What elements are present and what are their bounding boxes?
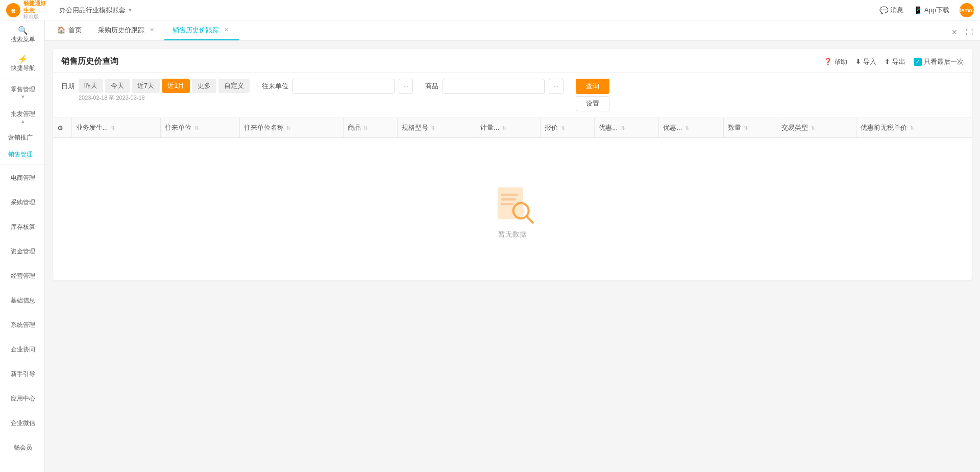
- goods-input[interactable]: [443, 79, 545, 94]
- th-biz-date[interactable]: 业务发生... ⇅: [71, 118, 161, 138]
- date-options: 昨天 今天 近7天 近1月 更多 自定义: [79, 79, 250, 93]
- download-icon: 📱: [914, 6, 922, 14]
- help-button[interactable]: ❓ 帮助: [824, 57, 847, 66]
- sort-arrows-partner-name: ⇅: [286, 125, 290, 131]
- tab-bar: 🏠 首页 采购历史价跟踪 ✕ 销售历史价跟踪 ✕ ✕ ⛶: [45, 20, 980, 41]
- sort-arrows-discount2: ⇅: [685, 125, 689, 131]
- sidebar-item-system[interactable]: 系统管理: [0, 313, 44, 337]
- help-icon: ❓: [824, 58, 832, 65]
- th-unit[interactable]: 计量... ⇅: [476, 118, 541, 138]
- sidebar-item-ops[interactable]: 经营管理: [0, 264, 44, 288]
- chevron-down-icon: ▼: [128, 7, 133, 13]
- nav-icon: ⚡: [18, 54, 28, 64]
- settings-button[interactable]: 设置: [576, 96, 609, 111]
- user-action[interactable]: demo2: [960, 3, 974, 17]
- sidebar-item-inventory[interactable]: 库存核算: [0, 215, 44, 239]
- goods-ellipsis-btn[interactable]: ···: [549, 79, 563, 94]
- sort-arrows-trade: ⇅: [811, 125, 815, 131]
- sidebar-item-retail-mgmt[interactable]: 零售管理 ▼: [0, 80, 44, 105]
- sort-arrows-biz-date: ⇅: [111, 125, 115, 131]
- import-button[interactable]: ⬇ 导入: [855, 57, 876, 66]
- svg-point-8: [517, 206, 525, 215]
- sidebar-item-sales-mgmt[interactable]: 销售管理: [0, 146, 44, 163]
- sidebar-item-search-menu[interactable]: 🔍 搜索菜单: [0, 20, 44, 49]
- sidebar-item-finance[interactable]: 资金管理: [0, 239, 44, 264]
- sort-arrows-spec: ⇅: [431, 125, 435, 131]
- main-layout: 🔍 搜索菜单 ⚡ 快捷导航 零售管理 ▼ 批发管理 ▲ 营销推广 销售管理 电商…: [0, 20, 980, 472]
- goods-label: 商品: [425, 79, 438, 91]
- message-icon: 💬: [879, 6, 888, 14]
- th-pretax-price[interactable]: 优惠前无税单价 ⇅: [856, 118, 972, 138]
- date-last1m[interactable]: 近1月: [162, 79, 190, 93]
- empty-illustration: [487, 179, 538, 230]
- query-actions: 查询 设置: [576, 79, 609, 111]
- tab-home[interactable]: 🏠 首页: [49, 20, 90, 40]
- sort-arrows-price: ⇅: [561, 125, 565, 131]
- th-quantity[interactable]: 数量 ⇅: [723, 118, 777, 138]
- settings-gear-icon[interactable]: ⚙: [57, 124, 63, 132]
- sidebar: 🔍 搜索菜单 ⚡ 快捷导航 零售管理 ▼ 批发管理 ▲ 营销推广 销售管理 电商…: [0, 20, 45, 472]
- expand-icon: ▼: [20, 94, 26, 100]
- sort-arrows-pretax: ⇅: [910, 125, 914, 131]
- sort-arrows-qty: ⇅: [744, 125, 748, 131]
- divider-2: [0, 164, 44, 164]
- empty-state: 暂无数据: [53, 138, 972, 280]
- th-partner-code[interactable]: 往来单位 ⇅: [161, 118, 239, 138]
- page-content: 销售历史价查询 ❓ 帮助 ⬇ 导入 ⬆ 导出: [45, 41, 980, 472]
- table-area: ⚙ 业务发生... ⇅ 往来单位 ⇅: [53, 118, 972, 280]
- sidebar-item-app-center[interactable]: 应用中心: [0, 386, 44, 411]
- date-yesterday[interactable]: 昨天: [79, 79, 103, 93]
- sidebar-item-enterprise-collab[interactable]: 企业协同: [0, 337, 44, 362]
- app-selector[interactable]: 办公用品行业模拟账套 ▼: [55, 4, 137, 17]
- only-last-toggle[interactable]: ✓ 只看最后一次: [914, 57, 964, 66]
- partner-filter-group: 往来单位 ···: [262, 79, 413, 94]
- th-discount1[interactable]: 优惠... ⇅: [595, 118, 659, 138]
- th-settings: ⚙: [53, 118, 71, 138]
- partner-ellipsis-btn[interactable]: ···: [399, 79, 413, 94]
- partner-input[interactable]: [292, 79, 395, 94]
- th-quoted-price[interactable]: 报价 ⇅: [541, 118, 595, 138]
- page-title: 销售历史价查询: [61, 56, 118, 67]
- svg-rect-5: [501, 203, 514, 205]
- sidebar-item-marketing[interactable]: 营销推广: [0, 129, 44, 146]
- svg-rect-4: [501, 198, 516, 200]
- th-trade-type[interactable]: 交易类型 ⇅: [777, 118, 856, 138]
- query-button[interactable]: 查询: [576, 79, 609, 94]
- date-custom[interactable]: 自定义: [218, 79, 250, 93]
- tab-purchase-history[interactable]: 采购历史价跟踪 ✕: [90, 20, 164, 40]
- expand-icon-2: ▲: [20, 119, 26, 124]
- app-download-action[interactable]: 📱 App下载: [914, 6, 949, 15]
- date-today[interactable]: 今天: [105, 79, 130, 93]
- th-spec[interactable]: 规格型号 ⇅: [397, 118, 476, 138]
- tab-close-all-icon[interactable]: ✕: [948, 26, 961, 38]
- sort-arrows-discount1: ⇅: [621, 125, 625, 131]
- th-goods[interactable]: 商品 ⇅: [343, 118, 397, 138]
- sidebar-item-wholesale-mgmt[interactable]: 批发管理 ▲: [0, 105, 44, 129]
- export-button[interactable]: ⬆ 导出: [885, 57, 905, 66]
- logo-area: 畅 畅捷通好生意 标准版: [6, 0, 51, 19]
- import-icon: ⬇: [855, 58, 861, 65]
- search-icon: 🔍: [18, 26, 28, 35]
- sidebar-item-enterprise-wechat[interactable]: 企业微信: [0, 411, 44, 435]
- date-last7[interactable]: 近7天: [132, 79, 160, 93]
- message-action[interactable]: 💬 消息: [879, 6, 903, 15]
- sidebar-item-new-guide[interactable]: 新手引导: [0, 362, 44, 386]
- table-header-row: ⚙ 业务发生... ⇅ 往来单位 ⇅: [53, 118, 972, 138]
- tab-close-purchase[interactable]: ✕: [148, 26, 156, 34]
- th-discount2[interactable]: 优惠... ⇅: [659, 118, 723, 138]
- date-more[interactable]: 更多: [192, 79, 216, 93]
- sidebar-item-basic-info[interactable]: 基础信息: [0, 288, 44, 313]
- tab-fullscreen-icon[interactable]: ⛶: [963, 26, 976, 38]
- goods-filter-group: 商品 ···: [425, 79, 563, 94]
- sidebar-item-member[interactable]: 畅会员: [0, 435, 44, 460]
- svg-line-7: [527, 216, 533, 223]
- tab-sales-history[interactable]: 销售历史价跟踪 ✕: [164, 20, 239, 40]
- logo-text: 畅捷通好生意 标准版: [23, 0, 51, 19]
- tab-close-sales[interactable]: ✕: [222, 26, 231, 34]
- app-selector-label: 办公用品行业模拟账套: [59, 6, 126, 15]
- page-card: 销售历史价查询 ❓ 帮助 ⬇ 导入 ⬆ 导出: [53, 49, 972, 280]
- sidebar-item-ecommerce[interactable]: 电商管理: [0, 166, 44, 190]
- th-partner-name[interactable]: 往来单位名称 ⇅: [239, 118, 343, 138]
- sidebar-item-quick-nav[interactable]: ⚡ 快捷导航: [0, 49, 44, 78]
- sidebar-item-purchase[interactable]: 采购管理: [0, 190, 44, 215]
